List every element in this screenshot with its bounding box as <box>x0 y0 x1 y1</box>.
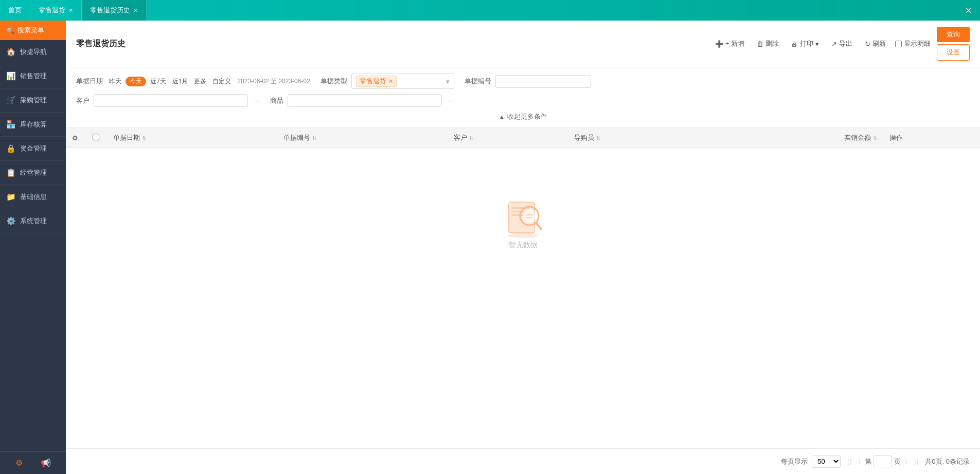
print-button[interactable]: 🖨 打印 ▾ <box>788 37 822 50</box>
sidebar-item-purchase-mgmt[interactable]: 🛒 采购管理 <box>0 88 66 113</box>
refresh-icon: ↻ <box>865 40 870 48</box>
home-icon: 🏠 <box>6 47 16 57</box>
sidebar-search[interactable]: 🔍 搜索菜单 <box>0 21 66 40</box>
new-button[interactable]: ➕ + 新增 <box>712 37 747 50</box>
tab-retail-return[interactable]: 零售退货 ✕ <box>30 0 82 21</box>
tab-retail-return-close[interactable]: ✕ <box>68 7 73 14</box>
date-today[interactable]: 今天 <box>126 77 146 86</box>
svg-rect-3 <box>511 211 526 212</box>
col-doc-date-header[interactable]: 单据日期 ⇅ <box>107 128 277 148</box>
sidebar-item-operations-mgmt[interactable]: 📋 经营管理 <box>0 161 66 185</box>
customer-more-icon[interactable]: ··· <box>254 97 260 104</box>
inventory-icon: 🏪 <box>6 120 16 129</box>
display-detail-checkbox[interactable] <box>895 41 902 47</box>
sort-customer-icon: ⇅ <box>469 135 473 141</box>
sidebar-item-quick-nav[interactable]: 🏠 快捷导航 <box>0 40 66 64</box>
last-page-button[interactable]: ⟩⟩ <box>912 457 921 467</box>
sidebar-label-inventory: 库存核算 <box>20 120 47 129</box>
export-button[interactable]: ↗ 导出 <box>828 37 856 50</box>
pagination: 每页显示 50 10 20 100 ⟨⟨ ⟨ 第 1 页 ⟩ ⟩⟩ 共0页, 0… <box>66 448 980 474</box>
date-1month[interactable]: 近1月 <box>170 77 190 86</box>
sidebar-bottom: ⚙ 📢 <box>0 451 66 474</box>
page-header: 零售退货历史 ➕ + 新增 🗑 删除 🖨 打印 ▾ ↗ 导出 <box>66 21 980 67</box>
delete-button[interactable]: 🗑 删除 <box>754 37 782 50</box>
col-checkbox-header[interactable] <box>86 128 107 148</box>
table-settings-icon[interactable]: ⚙ <box>72 134 78 142</box>
sidebar-label-operations: 经营管理 <box>20 168 47 177</box>
export-icon: ↗ <box>831 40 837 48</box>
header-actions: ➕ + 新增 🗑 删除 🖨 打印 ▾ ↗ 导出 ↻ <box>712 27 970 61</box>
prev-page-button[interactable]: ⟨ <box>856 457 863 467</box>
page-label: 第 <box>865 457 871 466</box>
sidebar-item-finance-mgmt[interactable]: 🔒 资金管理 <box>0 137 66 161</box>
sidebar-item-inventory[interactable]: 🏪 库存核算 <box>0 113 66 137</box>
empty-state: 暂无数据 <box>66 148 980 291</box>
doc-type-filter-item: 单据类型 零售退货 ✕ ▾ <box>320 74 454 89</box>
print-icon: 🖨 <box>791 40 798 48</box>
select-all-checkbox[interactable] <box>93 134 99 140</box>
col-settings-header[interactable]: ⚙ <box>66 128 86 148</box>
sidebar-label-finance: 资金管理 <box>20 144 47 153</box>
date-more[interactable]: 更多 <box>192 77 208 86</box>
per-page-select[interactable]: 50 10 20 100 <box>812 455 841 468</box>
goods-input[interactable] <box>288 94 442 107</box>
sidebar-item-basic-info[interactable]: 📁 基础信息 <box>0 185 66 209</box>
doc-type-select[interactable]: 零售退货 ✕ ▾ <box>351 74 454 89</box>
tab-retail-return-history-close[interactable]: ✕ <box>133 7 138 14</box>
svg-point-6 <box>523 209 536 223</box>
collapse-filters-button[interactable]: ▲ 收起更多条件 <box>76 112 970 121</box>
goods-label: 商品 <box>270 96 283 105</box>
doc-type-tag-close[interactable]: ✕ <box>388 78 393 85</box>
date-filter-options: 昨天 今天 近7天 近1月 更多 自定义 <box>107 77 233 86</box>
customer-input[interactable] <box>94 94 248 107</box>
next-page-button[interactable]: ⟩ <box>903 457 910 467</box>
doc-no-input[interactable] <box>495 75 591 88</box>
sort-actual-amount-icon: ⇅ <box>873 135 877 141</box>
doc-no-label: 单据编号 <box>465 77 491 86</box>
total-info: 共0页, 0条记录 <box>925 457 970 466</box>
sidebar-label-sales: 销售管理 <box>20 71 47 81</box>
sidebar-label-system: 系统管理 <box>20 216 47 226</box>
tab-list: 首页 零售退货 ✕ 零售退货历史 ✕ <box>0 0 957 21</box>
col-actual-amount-header[interactable]: 实销金额 ⇅ <box>713 128 883 148</box>
col-operation-header: 操作 <box>883 128 980 148</box>
system-icon: ⚙️ <box>6 216 16 226</box>
print-chevron-icon: ▾ <box>815 40 819 48</box>
date-range-display: 2023-06-02 至 2023-06-02 <box>237 77 310 86</box>
page-number-input[interactable]: 1 <box>874 455 892 467</box>
speaker-icon[interactable]: 📢 <box>41 458 51 468</box>
display-detail-checkbox-wrapper[interactable]: 显示明细 <box>895 39 931 48</box>
delete-icon: 🗑 <box>757 40 763 48</box>
date-7days[interactable]: 近7天 <box>148 77 168 86</box>
setting-button[interactable]: 设置 <box>937 44 970 61</box>
plus-icon: ➕ <box>715 40 723 48</box>
col-guide-header[interactable]: 导购员 ⇅ <box>568 128 713 148</box>
doc-type-label: 单据类型 <box>320 77 347 86</box>
date-yesterday[interactable]: 昨天 <box>107 77 123 86</box>
query-btns-group: 查询 设置 <box>937 27 970 61</box>
svg-line-7 <box>536 223 541 229</box>
doc-no-filter-item: 单据编号 <box>465 75 591 88</box>
date-custom[interactable]: 自定义 <box>210 77 233 86</box>
sidebar-item-sales-mgmt[interactable]: 📊 销售管理 <box>0 64 66 88</box>
basic-info-icon: 📁 <box>6 192 16 202</box>
collapse-arrow-icon: ▲ <box>498 113 505 121</box>
collapse-label: 收起更多条件 <box>507 112 547 121</box>
filter-row-1: 单据日期 昨天 今天 近7天 近1月 更多 自定义 2023-06-02 至 2… <box>76 74 970 89</box>
first-page-button[interactable]: ⟨⟨ <box>845 457 854 467</box>
refresh-button[interactable]: ↻ 刷新 <box>862 37 889 50</box>
svg-point-0 <box>508 233 539 238</box>
page-input-group: 第 1 页 <box>865 455 901 467</box>
col-doc-no-header[interactable]: 单据编号 ⇅ <box>277 128 448 148</box>
sidebar-label-quick-nav: 快捷导航 <box>20 47 47 57</box>
tab-home[interactable]: 首页 <box>0 0 30 21</box>
sidebar-item-system-mgmt[interactable]: ⚙️ 系统管理 <box>0 209 66 233</box>
settings-bottom-icon[interactable]: ⚙ <box>15 458 23 468</box>
filter-row-2: 客户 ··· 商品 ··· <box>76 94 970 107</box>
purchase-icon: 🛒 <box>6 96 16 105</box>
tab-retail-return-history[interactable]: 零售退货历史 ✕ <box>82 0 147 21</box>
window-close-button[interactable]: ✕ <box>957 6 980 15</box>
query-button[interactable]: 查询 <box>937 27 970 42</box>
col-customer-header[interactable]: 客户 ⇅ <box>448 128 567 148</box>
goods-more-icon[interactable]: ··· <box>448 97 454 104</box>
